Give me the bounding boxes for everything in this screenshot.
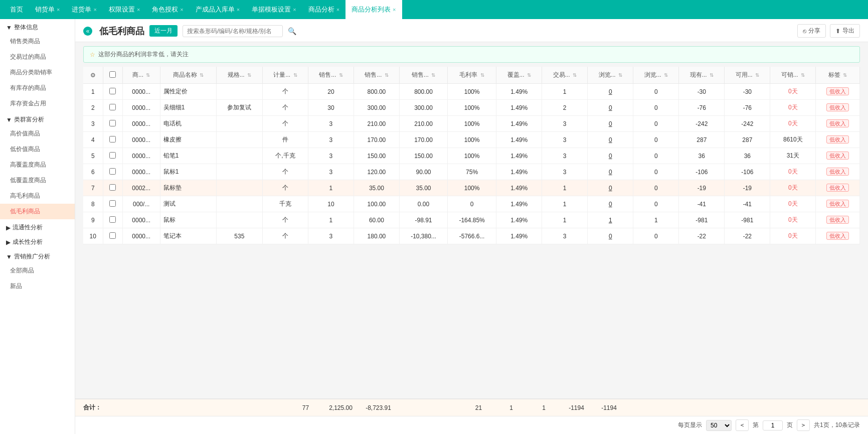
row-spec: 535 [216, 228, 262, 244]
nav-permission[interactable]: 权限设置 × [103, 0, 146, 19]
row-sales3: 800.00 [399, 84, 447, 100]
export-button[interactable]: ⬆ 导出 [830, 24, 860, 38]
sidebar-item-stock-capital[interactable]: 库存资金占用 [0, 96, 75, 111]
sidebar-item-high-profit[interactable]: 高毛利商品 [0, 188, 75, 204]
nav-home[interactable]: 首页 [4, 0, 29, 19]
row-spec [216, 196, 262, 212]
table-row: 10 0000... 笔记本 535 个 3 180.00 -10,380...… [83, 228, 860, 244]
row-stock: -981 [679, 212, 725, 228]
nav-template-setting[interactable]: 单据模板设置 × [246, 0, 302, 19]
close-product-warehousing-icon[interactable]: × [237, 7, 240, 13]
row-checkbox[interactable] [103, 196, 122, 212]
row-checkbox[interactable] [103, 84, 122, 100]
row-checkbox[interactable] [103, 228, 122, 244]
close-product-analysis-icon[interactable]: × [336, 7, 339, 13]
prev-page-button[interactable]: ＜ [736, 419, 749, 431]
col-sales3: 销售... ⇅ [399, 67, 447, 84]
col-sales2: 销售... ⇅ [354, 67, 399, 84]
row-coverage: 1.49% [496, 164, 542, 180]
sidebar-item-traded-goods[interactable]: 交易过的商品 [0, 49, 75, 65]
row-sales2: 800.00 [354, 84, 399, 100]
row-browse1: 0 [588, 228, 633, 244]
sidebar-group-overall[interactable]: ▼ 整体信息 [0, 19, 75, 34]
row-tag: 低收入 [816, 132, 860, 148]
sidebar-collapse-button[interactable]: « [83, 27, 92, 36]
sidebar-item-stocked-goods[interactable]: 有库存的商品 [0, 80, 75, 96]
sidebar-group-circulation[interactable]: ▶ 流通性分析 [0, 219, 75, 234]
close-product-analysis-list-icon[interactable]: × [393, 7, 396, 13]
close-template-setting-icon[interactable]: × [293, 7, 296, 13]
nav-product-analysis-list[interactable]: 商品分析列表 × [345, 0, 402, 19]
row-no: 4 [83, 132, 103, 148]
sidebar-item-low-profit[interactable]: 低毛利商品 [0, 204, 75, 219]
row-checkbox[interactable] [103, 164, 122, 180]
row-no: 9 [83, 212, 103, 228]
row-gross-rate: -164.85% [448, 212, 496, 228]
sidebar-item-sales-goods[interactable]: 销售类商品 [0, 34, 75, 49]
page-size-select[interactable]: 50 20 100 [706, 420, 732, 431]
table-row: 4 0000... 橡皮擦 件 3 170.00 170.00 100% 1.4… [83, 132, 860, 148]
row-browse1: 1 [588, 212, 633, 228]
sidebar-item-category-rate[interactable]: 商品分类助销率 [0, 65, 75, 80]
row-tag: 低收入 [816, 164, 860, 180]
table-row: 1 0000... 属性定价 个 20 800.00 800.00 100% 1… [83, 84, 860, 100]
sidebar-group-marketing[interactable]: ▼ 营销推广分析 [0, 248, 75, 263]
row-checkbox[interactable] [103, 132, 122, 148]
row-stock: -106 [679, 164, 725, 180]
sidebar-item-low-coverage[interactable]: 低覆盖度商品 [0, 173, 75, 188]
row-checkbox[interactable] [103, 148, 122, 164]
row-browse2: 1 [633, 212, 679, 228]
nav-product-analysis[interactable]: 商品分析 × [302, 0, 345, 19]
row-stock: -76 [679, 100, 725, 116]
col-sales1: 销售... ⇅ [308, 67, 354, 84]
sidebar-item-low-value[interactable]: 低价值商品 [0, 141, 75, 157]
col-settings[interactable]: ⚙ [83, 67, 103, 84]
period-button[interactable]: 近一月 [149, 25, 178, 37]
row-sales2: 120.00 [354, 164, 399, 180]
col-checkbox[interactable] [103, 67, 122, 84]
col-tag: 标签 ⇅ [816, 67, 860, 84]
sidebar-group-cluster[interactable]: ▼ 类群富分析 [0, 111, 75, 126]
close-role-auth-icon[interactable]: × [180, 7, 183, 13]
row-sales3: -98.91 [399, 212, 447, 228]
close-permission-icon[interactable]: × [137, 7, 140, 13]
row-trades: 1 [542, 180, 588, 196]
select-all-checkbox[interactable] [109, 71, 116, 78]
nav-sales-order[interactable]: 销货单 × [29, 0, 66, 19]
next-page-button[interactable]: ＞ [797, 419, 810, 431]
row-sellable: 0天 [770, 84, 816, 100]
close-sales-order-icon[interactable]: × [57, 7, 60, 13]
nav-purchase-order[interactable]: 进货单 × [66, 0, 102, 19]
table-footer: 合计： 77 2,125.00 -8,723.91 21 1 1 -1194 -… [75, 398, 868, 416]
row-name: 电话机 [160, 116, 216, 132]
search-input[interactable] [183, 25, 283, 37]
row-name: 属性定价 [160, 84, 216, 100]
sidebar-group-growth[interactable]: ▶ 成长性分析 [0, 234, 75, 248]
row-coverage: 1.49% [496, 100, 542, 116]
nav-role-auth[interactable]: 角色授权 × [146, 0, 189, 19]
row-checkbox[interactable] [103, 180, 122, 196]
row-browse2: 0 [633, 116, 679, 132]
row-browse2: 0 [633, 228, 679, 244]
sidebar-item-all-goods[interactable]: 全部商品 [0, 263, 75, 278]
row-sales3: 300.00 [399, 100, 447, 116]
row-checkbox[interactable] [103, 116, 122, 132]
sidebar-item-high-value[interactable]: 高价值商品 [0, 126, 75, 141]
share-button[interactable]: ⎋ 分享 [797, 24, 826, 38]
row-sales2: 150.00 [354, 148, 399, 164]
row-browse1: 0 [588, 116, 633, 132]
row-checkbox[interactable] [103, 100, 122, 116]
row-checkbox[interactable] [103, 212, 122, 228]
search-icon[interactable]: 🔍 [288, 27, 296, 35]
sidebar-item-high-coverage[interactable]: 高覆盖度商品 [0, 157, 75, 173]
row-trades: 3 [542, 228, 588, 244]
close-purchase-order-icon[interactable]: × [93, 7, 96, 13]
sidebar-item-new-goods[interactable]: 新品 [0, 278, 75, 294]
row-browse2: 0 [633, 132, 679, 148]
row-sales3: 0.00 [399, 196, 447, 212]
col-browse2: 浏览... ⇅ [633, 67, 679, 84]
nav-product-warehousing[interactable]: 产成品入库单 × [190, 0, 246, 19]
row-available: -106 [725, 164, 770, 180]
page-number-input[interactable] [763, 420, 783, 430]
row-code: 0000... [122, 228, 160, 244]
